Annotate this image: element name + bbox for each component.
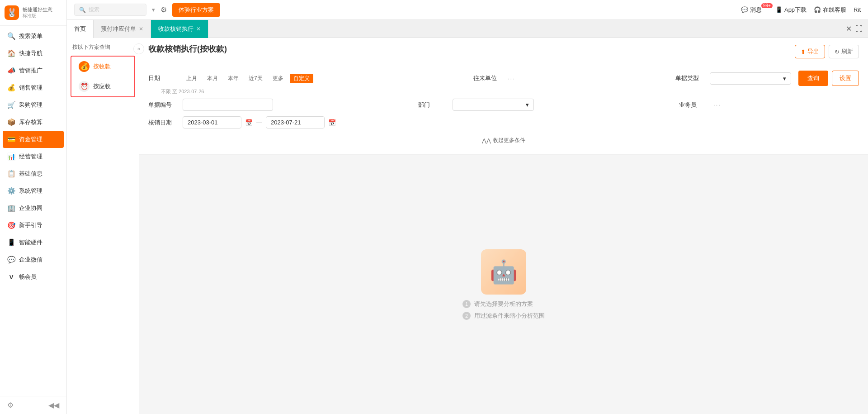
date-this-year[interactable]: 本年 (224, 74, 242, 83)
sidebar-item-sales[interactable]: 💰 销售管理 (0, 79, 66, 96)
date-unlimited-note: 不限 至 2023-07-26 (148, 88, 859, 95)
sidebar-item-operation[interactable]: 📊 经营管理 (0, 148, 66, 165)
tabbar: 首页 预付冲应付单 ✕ 收款核销执行 ✕ ✕ ⛶ (67, 20, 868, 38)
wechat-icon: 💬 (7, 256, 15, 264)
message-label: 消息 (750, 6, 762, 14)
app-edition: 标准版 (23, 13, 52, 19)
sidebar-item-marketing[interactable]: 📣 营销推广 (0, 62, 66, 79)
search-bar[interactable]: 🔍 搜索 (74, 4, 146, 16)
collapse-sidebar-icon[interactable]: ◀◀ (48, 401, 59, 409)
form-row-2: 单据编号 部门 ▾ 业务员 ··· (148, 99, 859, 111)
tip1-text: 请先选择要分析的方案 (474, 300, 533, 308)
finance-icon: 💳 (7, 135, 15, 143)
page-main: 收款核销执行(按收款) ⬆ 导出 ↻ 刷新 (139, 38, 868, 414)
sidebar-item-search[interactable]: 🔍 搜索菜单 (0, 28, 66, 45)
sidebar-item-wechat[interactable]: 💬 企业微信 (0, 251, 66, 268)
query-action-buttons: 查询 设置 (798, 71, 859, 86)
sidebar-item-quicknav[interactable]: 🏠 快捷导航 (0, 45, 66, 62)
chevron-down-icon: ▾ (783, 75, 786, 82)
sidebar-item-guide[interactable]: 🎯 新手引导 (0, 217, 66, 234)
refresh-btn[interactable]: ↻ 刷新 (829, 45, 859, 58)
filter-title: 按以下方案查询 (67, 43, 139, 56)
dept-select[interactable]: ▾ (453, 99, 534, 111)
calendar-start-icon[interactable]: 📅 (245, 119, 253, 126)
close-window-icon[interactable]: ✕ (846, 24, 852, 33)
sidebar-label-finance: 资金管理 (19, 135, 42, 143)
date-last-month[interactable]: 上月 (183, 74, 201, 83)
export-icon: ⬆ (801, 48, 806, 55)
filter-receipt-label: 按收款 (93, 62, 111, 71)
topbar: 🔍 搜索 ▾ ⚙ 体验行业方案 💬 消息 99+ 📱 App下载 🎧 在线客服 … (67, 0, 868, 20)
inventory-icon: 📦 (7, 118, 15, 126)
dept-label: 部门 (418, 101, 445, 109)
robot-icon: 🤖 (481, 249, 526, 295)
topbar-right: 💬 消息 99+ 📱 App下载 🎧 在线客服 Rit (741, 6, 861, 14)
query-btn[interactable]: 查询 (798, 71, 828, 86)
filter-receivable-label: 按应收 (93, 82, 111, 90)
sidebar-label-hardware: 智能硬件 (19, 238, 42, 247)
sidebar-label-guide: 新手引导 (19, 221, 42, 229)
filter-by-receivable[interactable]: ⏰ 按应收 (71, 76, 134, 96)
industry-btn[interactable]: 体验行业方案 (172, 3, 220, 17)
enterprise-icon: 🏢 (7, 204, 15, 212)
service-btn[interactable]: 🎧 在线客服 (814, 6, 846, 14)
tab-prepay[interactable]: 预付冲应付单 ✕ (94, 20, 151, 38)
date-shortcuts: 上月 本月 本年 近7天 更多 自定义 (183, 74, 313, 83)
voucher-type-select[interactable]: ▾ (710, 72, 791, 85)
settings-btn[interactable]: 设置 (832, 71, 859, 86)
message-btn[interactable]: 💬 消息 99+ (741, 6, 768, 14)
sidebar-item-system[interactable]: ⚙️ 系统管理 (0, 182, 66, 200)
writeoff-date-start[interactable] (183, 116, 241, 128)
message-icon: 💬 (741, 6, 748, 13)
calendar-end-icon[interactable]: 📅 (328, 119, 336, 126)
writeoff-date-end[interactable] (266, 116, 325, 128)
collapse-conditions-btn[interactable]: ⋀⋀ 收起更多条件 (148, 134, 859, 147)
operation-icon: 📊 (7, 152, 15, 161)
sidebar-item-purchase[interactable]: 🛒 采购管理 (0, 96, 66, 114)
filter-by-receipt[interactable]: 💰 按收款 (71, 57, 134, 76)
sidebar-item-enterprise[interactable]: 🏢 企业协同 (0, 200, 66, 217)
sidebar-item-member[interactable]: V 畅会员 (0, 268, 66, 286)
app-download-btn[interactable]: 📱 App下载 (775, 6, 807, 14)
tab-receipts[interactable]: 收款核销执行 ✕ (151, 20, 208, 38)
export-btn[interactable]: ⬆ 导出 (795, 45, 825, 58)
sidebar-label-operation: 经营管理 (19, 152, 42, 161)
sidebar: 🐰 畅捷通好生意 标准版 🔍 搜索菜单 🏠 快捷导航 📣 营销推广 💰 销售管理… (0, 0, 67, 414)
topbar-gear-icon[interactable]: ⚙ (160, 5, 167, 14)
settings-icon[interactable]: ⚙ (7, 401, 14, 409)
user-info[interactable]: Rit (854, 6, 861, 13)
staff-more[interactable]: ··· (713, 101, 721, 108)
sidebar-label-inventory: 库存核算 (19, 118, 42, 126)
member-icon: V (7, 274, 15, 281)
voucher-no-input[interactable] (183, 99, 273, 111)
sidebar-item-finance[interactable]: 💳 资金管理 (3, 131, 64, 148)
form-row-1: 日期 上月 本月 本年 近7天 更多 自定义 往来单位 ··· (148, 71, 859, 86)
tab-receipts-label: 收款核销执行 (158, 25, 193, 33)
sidebar-item-inventory[interactable]: 📦 库存核算 (0, 114, 66, 131)
empty-tip-1: 1 请先选择要分析的方案 (462, 300, 545, 308)
tab-receipts-close[interactable]: ✕ (196, 26, 201, 32)
writeoff-date-range: 📅 — 📅 (183, 116, 336, 128)
sidebar-label-purchase: 采购管理 (19, 101, 42, 109)
form-row-3: 核销日期 📅 — 📅 (148, 116, 859, 128)
sidebar-item-hardware[interactable]: 📱 智能硬件 (0, 234, 66, 251)
filter-collapse-btn[interactable]: « (133, 43, 144, 54)
partner-more[interactable]: ··· (508, 75, 515, 82)
tab-prepay-close[interactable]: ✕ (139, 26, 143, 32)
date-this-month[interactable]: 本月 (203, 74, 222, 83)
sidebar-label-marketing: 营销推广 (19, 67, 42, 75)
date-7days[interactable]: 近7天 (245, 74, 266, 83)
date-more[interactable]: 更多 (269, 74, 287, 83)
tab-home[interactable]: 首页 (67, 20, 94, 38)
logo-icon: 🐰 (5, 5, 19, 20)
expand-icon[interactable]: ⛶ (855, 25, 863, 33)
home-icon: 🏠 (7, 49, 15, 57)
staff-label: 业务员 (679, 101, 706, 109)
sidebar-item-basic[interactable]: 📋 基础信息 (0, 165, 66, 182)
guide-icon: 🎯 (7, 221, 15, 229)
date-label: 日期 (148, 74, 175, 82)
partner-label: 往来单位 (473, 74, 500, 82)
dropdown-arrow-icon[interactable]: ▾ (152, 6, 155, 13)
date-custom-badge[interactable]: 自定义 (290, 74, 313, 83)
chevron-up-icon: ⋀⋀ (482, 138, 491, 144)
